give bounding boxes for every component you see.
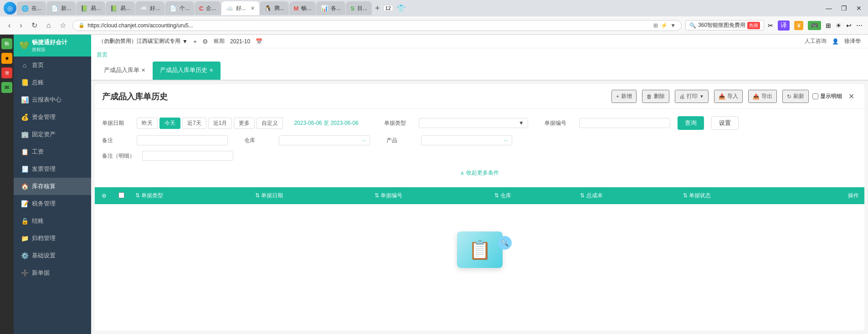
date-btn-1month[interactable]: 近1月 bbox=[208, 118, 232, 129]
star-icon[interactable]: ★ bbox=[1, 53, 12, 64]
tab-bill-history[interactable]: 产成品入库单历史 ✕ bbox=[153, 62, 221, 80]
tab-9[interactable]: 🐧 腾... bbox=[260, 1, 289, 15]
date-btn-yesterday[interactable]: 昨天 bbox=[137, 118, 158, 129]
tab-1[interactable]: 🌐 在... bbox=[17, 1, 46, 15]
calendar-icon[interactable]: 📅 bbox=[256, 38, 262, 45]
date-btn-custom[interactable]: 自定义 bbox=[257, 118, 283, 129]
table-settings-icon[interactable]: ⚙ bbox=[102, 193, 107, 199]
filter-settings-button[interactable]: 设置 bbox=[711, 116, 739, 130]
back-button[interactable]: ‹ bbox=[5, 21, 13, 31]
grid2-icon[interactable]: ⊞ bbox=[826, 22, 831, 29]
scissors-icon[interactable]: ✂ bbox=[768, 22, 773, 29]
game-icon[interactable]: 🎮 bbox=[808, 21, 821, 30]
empty-illustration: 📋 🔍 bbox=[452, 231, 507, 277]
product-dots-icon[interactable]: ··· bbox=[503, 137, 508, 144]
home-button[interactable]: ⌂ bbox=[44, 21, 54, 31]
bill-no-input[interactable] bbox=[579, 118, 670, 128]
more-icon[interactable]: ⋯ bbox=[856, 22, 863, 29]
weibo-icon[interactable]: 微 bbox=[1, 67, 12, 78]
company-selector[interactable]: （勿删勿禁用）江西碳宝测试专用 ▼ bbox=[98, 37, 188, 45]
sidebar-item-cloud-report[interactable]: 📊 云报表中心 bbox=[14, 91, 91, 108]
restore-button[interactable]: ❐ bbox=[838, 4, 850, 13]
sidebar-item-home[interactable]: ⌂ 首页 bbox=[14, 57, 91, 74]
warehouse-select[interactable]: ··· bbox=[279, 135, 370, 145]
tab-4-label: 易... bbox=[120, 5, 130, 12]
brightness-icon[interactable]: ☀ bbox=[836, 22, 842, 29]
url-bar[interactable]: 🔒 https://cloud.chanjet.com/accounting/u… bbox=[72, 20, 682, 31]
close-button[interactable]: ✕ bbox=[853, 4, 864, 13]
select-all-checkbox[interactable] bbox=[118, 192, 124, 198]
refresh-button[interactable]: ↻ 刷新 bbox=[782, 90, 809, 103]
translate-icon[interactable]: 译 bbox=[778, 21, 790, 31]
query-button[interactable]: 查询 bbox=[678, 116, 704, 130]
th-warehouse[interactable]: ⇅ 仓库 bbox=[489, 187, 575, 204]
warehouse-dots-icon[interactable]: ··· bbox=[361, 137, 366, 144]
tab-12[interactable]: S 目... bbox=[346, 1, 372, 15]
sidebar-item-basic-settings[interactable]: ⚙️ 基础设置 bbox=[14, 247, 91, 264]
date-btn-more[interactable]: 更多 bbox=[234, 118, 255, 129]
date-btn-7days[interactable]: 近7天 bbox=[182, 118, 206, 129]
tab-8[interactable]: ☁️ 好... ✕ bbox=[221, 1, 259, 15]
tab-10[interactable]: M 畅... bbox=[289, 1, 316, 15]
tab-5-label: 好... bbox=[150, 5, 160, 12]
collapse-button[interactable]: ∧ 收起更多条件 bbox=[457, 166, 502, 180]
tab-3[interactable]: 📗 易... bbox=[76, 1, 105, 15]
print-button[interactable]: 🖨 打印 ▼ bbox=[675, 90, 709, 103]
tab-11[interactable]: 📊 各... bbox=[316, 1, 345, 15]
sidebar-item-new-bill[interactable]: ➕ 新单据 bbox=[14, 264, 91, 282]
content-close-button[interactable]: ✕ bbox=[846, 91, 857, 102]
undo-icon[interactable]: ↩ bbox=[846, 22, 852, 29]
new-button[interactable]: + 新增 bbox=[611, 90, 637, 103]
sidebar-item-fixed-assets[interactable]: 🏢 固定资产 bbox=[14, 126, 91, 143]
sidebar-item-tax[interactable]: 📝 税务管理 bbox=[14, 195, 91, 212]
tab-6[interactable]: 📄 个... bbox=[165, 1, 194, 15]
th-settings[interactable]: ⚙ bbox=[95, 187, 113, 204]
sidebar-item-invoice[interactable]: 🧾 发票管理 bbox=[14, 160, 91, 178]
th-total-cost[interactable]: ⇅ 总成本 bbox=[575, 187, 678, 204]
breadcrumb-home[interactable]: 首页 bbox=[97, 51, 108, 59]
date-btn-today[interactable]: 今天 bbox=[159, 118, 180, 129]
mail-icon[interactable]: ✉ bbox=[1, 82, 12, 93]
tab-bill-list[interactable]: 产成品入库单 ✕ bbox=[97, 62, 153, 80]
tab-8-close-icon[interactable]: ✕ bbox=[251, 5, 255, 11]
new-tab-button[interactable]: + bbox=[372, 4, 383, 13]
remark-input[interactable] bbox=[137, 135, 228, 145]
sidebar-item-inventory[interactable]: 🏠 库存核算 bbox=[14, 178, 91, 195]
import-button[interactable]: 📥 导入 bbox=[714, 90, 743, 103]
remark-detail-input[interactable] bbox=[142, 151, 233, 161]
add-company-button[interactable]: + bbox=[193, 38, 197, 45]
sidebar-item-capital-label: 资金管理 bbox=[32, 113, 56, 121]
th-bill-type[interactable]: ⇅ 单据类型 bbox=[130, 187, 250, 204]
yuan-icon[interactable]: ¥ bbox=[794, 21, 803, 30]
show-detail-checkbox-wrapper[interactable]: 显示明细 bbox=[812, 92, 842, 100]
th-bill-date[interactable]: ⇅ 单据日期 bbox=[250, 187, 370, 204]
th-bill-no[interactable]: ⇅ 单据编号 bbox=[369, 187, 489, 204]
sidebar-item-archive[interactable]: 📁 归档管理 bbox=[14, 230, 91, 247]
tab-2[interactable]: 📄 新... bbox=[46, 1, 76, 15]
delete-button[interactable]: 🗑 删除 bbox=[642, 90, 669, 103]
tab-bill-list-close-icon[interactable]: ✕ bbox=[141, 67, 145, 73]
sidebar-item-ledger[interactable]: 📒 总账 bbox=[14, 74, 91, 91]
tab-bill-history-close-icon[interactable]: ✕ bbox=[209, 67, 213, 73]
product-select[interactable]: ··· bbox=[421, 135, 512, 145]
search-bar-extension[interactable]: 🔍 360智能抠图免费用 热搜 bbox=[685, 20, 764, 31]
user-service-button[interactable]: 人工咨询 bbox=[805, 37, 827, 45]
forward-button[interactable]: › bbox=[17, 21, 25, 31]
th-bill-status[interactable]: ⇅ 单据状态 bbox=[678, 187, 797, 204]
show-detail-checkbox[interactable] bbox=[812, 93, 818, 99]
chanjet-icon[interactable]: 畅 bbox=[1, 38, 12, 49]
sidebar-item-closing[interactable]: 🔒 结账 bbox=[14, 212, 91, 230]
tab-4[interactable]: 📗 易... bbox=[106, 1, 135, 15]
bill-type-select[interactable]: ▼ bbox=[419, 118, 528, 128]
export-button[interactable]: 📤 导出 bbox=[748, 90, 777, 103]
company-settings-button[interactable]: ⚙ bbox=[202, 38, 208, 45]
dropdown-icon: ▼ bbox=[670, 22, 676, 29]
sidebar-item-salary[interactable]: 📋 工资 bbox=[14, 143, 91, 160]
tab-5[interactable]: ☁️ 好... bbox=[135, 1, 164, 15]
sidebar-item-capital[interactable]: 💰 资金管理 bbox=[14, 108, 91, 126]
bookmark-button[interactable]: ☆ bbox=[57, 20, 69, 31]
tab-7[interactable]: C 企... bbox=[195, 1, 221, 15]
minimize-button[interactable]: — bbox=[823, 4, 835, 13]
refresh-button[interactable]: ↻ bbox=[29, 20, 40, 31]
user-name[interactable]: 徐泽华 bbox=[844, 37, 861, 45]
